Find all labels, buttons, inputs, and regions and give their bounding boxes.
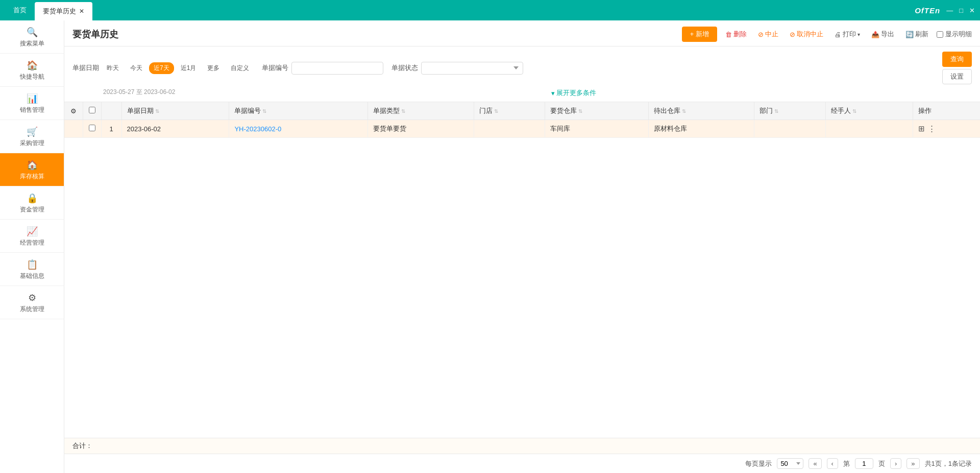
- sidebar-item-purchase-mgmt[interactable]: 🛒 采购管理: [0, 120, 64, 153]
- tab-close-icon[interactable]: ✕: [79, 8, 84, 15]
- table-row[interactable]: 1 2023-06-02 YH-20230602-0 要货单要货: [64, 120, 980, 138]
- expand-more-btn[interactable]: ▾ 展开更多条件: [551, 88, 596, 98]
- th-pending-warehouse-label: 待出仓库: [654, 106, 680, 115]
- page-number-input[interactable]: [855, 458, 873, 469]
- date-btn-yesterday[interactable]: 昨天: [102, 62, 124, 74]
- cancel-stop-button[interactable]: ⊘ 取消中止: [787, 28, 826, 41]
- add-button[interactable]: + 新增: [682, 27, 717, 42]
- row-checkbox[interactable]: [89, 125, 95, 131]
- sort-req-warehouse-icon: ⇅: [578, 108, 582, 114]
- sidebar-item-finance-mgmt[interactable]: 🔒 资金管理: [0, 186, 64, 220]
- date-btn-last7days[interactable]: 近7天: [149, 62, 174, 74]
- sidebar-item-search-menu[interactable]: 🔍 搜索菜单: [0, 20, 64, 54]
- th-handler[interactable]: 经手人 ⇅: [825, 102, 913, 120]
- export-button[interactable]: 📤 导出: [868, 28, 897, 41]
- sidebar-item-ops-mgmt[interactable]: 📈 经营管理: [0, 220, 64, 253]
- sum-label: 合计：: [72, 442, 92, 450]
- close-button[interactable]: ✕: [969, 7, 975, 14]
- sidebar-item-quick-nav[interactable]: 🏠 快捷导航: [0, 54, 64, 87]
- more-op-btn[interactable]: ⋮: [928, 124, 936, 133]
- td-pending-warehouse: 原材料仓库: [648, 120, 754, 138]
- td-doc-no[interactable]: YH-20230602-0: [229, 120, 368, 138]
- show-detail-checkbox-group[interactable]: 显示明细: [937, 30, 972, 39]
- date-btn-more[interactable]: 更多: [203, 62, 224, 74]
- td-doc-type: 要货单要货: [368, 120, 474, 138]
- settings-button[interactable]: 设置: [942, 69, 972, 84]
- sidebar: 🔍 搜索菜单 🏠 快捷导航 📊 销售管理 🛒 采购管理 🏠 库存核算 🔒 资金管…: [0, 20, 64, 473]
- sidebar-item-basic-info[interactable]: 📋 基础信息: [0, 253, 64, 286]
- sidebar-item-sales-mgmt[interactable]: 📊 销售管理: [0, 87, 64, 120]
- page-input-label: 第: [843, 459, 850, 468]
- refresh-label: 刷新: [915, 30, 928, 39]
- row-num-value: 1: [109, 125, 113, 133]
- status-select[interactable]: [421, 62, 523, 75]
- td-checkbox[interactable]: [83, 120, 101, 138]
- content-area: 要货单历史 + 新增 🗑 删除 ⊘ 中止 ⊘ 取消中止 🖨 打印: [64, 20, 980, 473]
- print-icon: 🖨: [835, 31, 841, 38]
- first-page-btn[interactable]: «: [808, 458, 821, 469]
- th-store[interactable]: 门店 ⇅: [474, 102, 545, 120]
- table-header-row: ⚙ 单据日期 ⇅: [64, 102, 980, 120]
- sidebar-item-inventory-settle[interactable]: 🏠 库存核算: [0, 153, 64, 186]
- tab-requisition-history[interactable]: 要货单历史 ✕: [35, 2, 92, 20]
- prev-page-btn[interactable]: ‹: [827, 458, 838, 469]
- date-btn-today[interactable]: 今天: [126, 62, 147, 74]
- date-btn-last1month[interactable]: 近1月: [176, 62, 201, 74]
- page-size-select[interactable]: 10 20 50 100: [777, 458, 803, 469]
- th-settings[interactable]: ⚙: [64, 102, 83, 120]
- minimize-button[interactable]: —: [946, 7, 953, 14]
- select-all-checkbox[interactable]: [89, 107, 95, 113]
- td-operation: ⊞ ⋮: [913, 120, 980, 138]
- sort-pending-warehouse-icon: ⇅: [682, 108, 686, 114]
- cart-icon: 🛒: [27, 127, 38, 136]
- sidebar-item-basic-info-label: 基础信息: [20, 272, 44, 280]
- sidebar-item-search-menu-label: 搜索菜单: [20, 39, 44, 48]
- th-doc-date-label: 单据日期: [127, 106, 154, 115]
- tab-home[interactable]: 首页: [5, 0, 35, 20]
- print-button[interactable]: 🖨 打印 ▾: [831, 28, 863, 41]
- th-dept-label: 部门: [760, 106, 773, 115]
- stop-button[interactable]: ⊘ 中止: [755, 28, 781, 41]
- refresh-button[interactable]: 🔄 刷新: [902, 28, 932, 41]
- td-handler: [825, 120, 913, 138]
- sidebar-item-sales-mgmt-label: 销售管理: [20, 106, 44, 114]
- gear-icon: ⚙: [28, 293, 36, 302]
- th-rownum: [101, 102, 121, 120]
- sidebar-item-system-mgmt[interactable]: ⚙ 系统管理: [0, 286, 64, 319]
- show-detail-checkbox[interactable]: [937, 31, 943, 38]
- query-button[interactable]: 查询: [942, 52, 972, 67]
- th-pending-warehouse[interactable]: 待出仓库 ⇅: [648, 102, 754, 120]
- maximize-button[interactable]: □: [959, 7, 963, 14]
- th-doc-no-label: 单据编号: [234, 106, 261, 115]
- date-btn-custom[interactable]: 自定义: [226, 62, 254, 74]
- last-page-btn[interactable]: »: [906, 458, 919, 469]
- th-checkbox[interactable]: [83, 102, 101, 120]
- column-settings-icon[interactable]: ⚙: [70, 107, 77, 115]
- th-doc-type[interactable]: 单据类型 ⇅: [368, 102, 474, 120]
- delete-icon: 🗑: [725, 31, 732, 38]
- th-dept[interactable]: 部门 ⇅: [754, 102, 826, 120]
- refresh-icon: 🔄: [905, 31, 914, 38]
- expand-label: 展开更多条件: [556, 88, 596, 98]
- th-operation-label: 操作: [918, 107, 932, 114]
- th-doc-date[interactable]: 单据日期 ⇅: [121, 102, 229, 120]
- page-header: 要货单历史 + 新增 🗑 删除 ⊘ 中止 ⊘ 取消中止 🖨 打印: [64, 20, 980, 46]
- date-range-label: 单据日期: [72, 63, 99, 73]
- th-handler-label: 经手人: [831, 106, 851, 115]
- delete-label: 删除: [733, 30, 747, 39]
- sort-handler-icon: ⇅: [852, 108, 856, 114]
- view-op-btn[interactable]: ⊞: [918, 124, 925, 133]
- toolbar: + 新增 🗑 删除 ⊘ 中止 ⊘ 取消中止 🖨 打印 ▾: [682, 27, 972, 42]
- print-label: 打印: [843, 30, 856, 39]
- doc-no-input[interactable]: [291, 62, 383, 75]
- filter-bar: 单据日期 昨天 今天 近7天 近1月 更多 自定义 单据编号: [64, 46, 980, 102]
- next-page-btn[interactable]: ›: [890, 458, 901, 469]
- th-doc-no[interactable]: 单据编号 ⇅: [229, 102, 368, 120]
- th-req-warehouse[interactable]: 要货仓库 ⇅: [545, 102, 648, 120]
- doc-no-link[interactable]: YH-20230602-0: [234, 125, 281, 133]
- status-filter-group: 单据状态: [391, 62, 523, 75]
- data-table: ⚙ 单据日期 ⇅: [64, 102, 980, 138]
- sort-doc-type-icon: ⇅: [401, 108, 405, 114]
- delete-button[interactable]: 🗑 删除: [722, 28, 750, 41]
- page-title: 要货单历史: [72, 28, 118, 40]
